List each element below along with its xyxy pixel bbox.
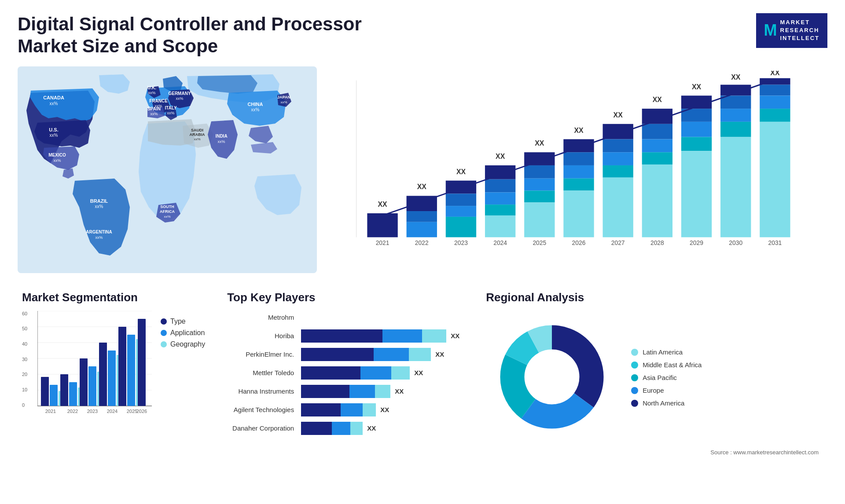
- seg-legend: Type Application Geography: [161, 318, 205, 418]
- legend-item-application: Application: [161, 329, 205, 337]
- svg-rect-117: [60, 374, 68, 406]
- svg-text:2026: 2026: [136, 409, 147, 414]
- svg-rect-124: [108, 351, 116, 406]
- svg-text:CANADA: CANADA: [43, 95, 64, 100]
- player-row-hanna: Hanna Instruments XX: [227, 385, 459, 398]
- donut-svg: [486, 311, 618, 443]
- svg-text:FRANCE: FRANCE: [149, 99, 168, 103]
- seg-chart-wrap: 60 50 40 30 20 10 0: [22, 311, 152, 418]
- regional-legend: Latin America Middle East & Africa Asia …: [631, 348, 702, 407]
- dot-asia-pacific: [631, 374, 638, 381]
- player-row-perkinelmer: PerkinElmer Inc. XX: [227, 348, 459, 361]
- player-bar-perkinelmer: XX: [301, 348, 459, 361]
- svg-text:U.K.: U.K.: [147, 85, 156, 90]
- seg-y-axis: 60 50 40 30 20 10 0: [22, 311, 27, 408]
- player-val-hanna: XX: [395, 387, 404, 395]
- label-north-america: North America: [643, 399, 684, 407]
- svg-rect-79: [642, 152, 672, 164]
- player-name-perkinelmer: PerkinElmer Inc.: [227, 351, 298, 358]
- player-val-agilent: XX: [380, 406, 389, 413]
- svg-rect-91: [720, 95, 751, 109]
- svg-rect-94: [720, 137, 751, 237]
- player-bar-mettler: XX: [301, 366, 459, 380]
- svg-rect-63: [563, 152, 594, 165]
- player-name-danaher: Danaher Corporation: [227, 424, 298, 432]
- segmentation-container: Market Segmentation 60 50 40 30 20 10 0: [18, 286, 209, 462]
- svg-text:ARGENTINA: ARGENTINA: [86, 230, 112, 234]
- svg-text:AFRICA: AFRICA: [160, 209, 175, 214]
- svg-rect-38: [407, 211, 437, 222]
- legend-dot-type: [161, 318, 167, 325]
- svg-rect-55: [524, 152, 555, 165]
- svg-rect-100: [760, 109, 790, 122]
- svg-rect-126: [118, 327, 126, 406]
- label-europe: Europe: [643, 387, 664, 394]
- svg-rect-77: [642, 124, 672, 139]
- svg-rect-115: [50, 385, 58, 406]
- svg-text:2022: 2022: [67, 409, 78, 414]
- dot-europe: [631, 387, 638, 394]
- svg-text:2024: 2024: [107, 409, 118, 414]
- legend-item-north-america: North America: [631, 399, 702, 407]
- svg-rect-98: [760, 84, 790, 95]
- players-title: Top Key Players: [227, 291, 459, 304]
- svg-text:XX: XX: [378, 201, 388, 208]
- svg-rect-99: [760, 95, 790, 109]
- svg-text:ARABIA: ARABIA: [190, 132, 205, 137]
- player-bar-hanna: XX: [301, 385, 459, 398]
- svg-text:XX: XX: [417, 183, 427, 190]
- svg-rect-80: [642, 164, 672, 237]
- svg-text:2025: 2025: [127, 409, 137, 414]
- svg-rect-48: [485, 165, 515, 179]
- page-container: Digital Signal Controller and Processor …: [0, 0, 845, 504]
- player-name-hanna: Hanna Instruments: [227, 387, 298, 395]
- segmentation-content: 60 50 40 30 20 10 0: [22, 311, 205, 418]
- svg-text:xx%: xx%: [148, 91, 155, 95]
- svg-text:xx%: xx%: [164, 215, 170, 219]
- svg-rect-73: [603, 177, 633, 237]
- regional-container: Regional Analysis: [477, 286, 827, 462]
- page-title: Digital Signal Controller and Processor …: [18, 13, 370, 58]
- svg-rect-92: [720, 109, 751, 122]
- svg-text:INDIA: INDIA: [215, 134, 227, 139]
- player-bar-danaher: XX: [301, 422, 459, 435]
- segmentation-title: Market Segmentation: [22, 291, 205, 304]
- svg-text:2030: 2030: [729, 239, 742, 246]
- legend-item-europe: Europe: [631, 387, 702, 394]
- bottom-section: Market Segmentation 60 50 40 30 20 10 0: [18, 286, 827, 462]
- donut-chart: [486, 311, 618, 445]
- svg-text:2021: 2021: [376, 239, 389, 246]
- svg-text:2025: 2025: [533, 239, 546, 246]
- svg-rect-127: [127, 335, 135, 406]
- svg-text:xx%: xx%: [95, 204, 103, 209]
- svg-text:SPAIN: SPAIN: [147, 106, 161, 111]
- svg-rect-34: [367, 213, 397, 237]
- player-bar-hanna-seg: [301, 385, 390, 398]
- svg-text:xx%: xx%: [217, 139, 225, 144]
- legend-item-type: Type: [161, 318, 205, 325]
- label-asia-pacific: Asia Pacific: [643, 374, 677, 381]
- logo-line2: RESEARCH: [780, 26, 820, 34]
- player-row-agilent: Agilent Technologies XX: [227, 403, 459, 416]
- legend-label-geography: Geography: [170, 340, 205, 348]
- svg-text:2027: 2027: [611, 239, 625, 246]
- svg-text:xx%: xx%: [95, 235, 103, 240]
- svg-rect-64: [563, 165, 594, 179]
- dot-north-america: [631, 400, 638, 407]
- svg-text:xx%: xx%: [167, 111, 174, 115]
- svg-text:XX: XX: [456, 168, 466, 175]
- header: Digital Signal Controller and Processor …: [18, 13, 827, 58]
- player-val-danaher: XX: [367, 424, 376, 432]
- player-val-horiba: XX: [451, 332, 459, 340]
- player-bar-horiba-seg1: [301, 329, 446, 343]
- svg-rect-120: [80, 358, 88, 406]
- top-section: CANADA xx% U.S. xx% MEXICO xx% BRAZIL xx…: [18, 66, 827, 273]
- svg-text:SAUDI: SAUDI: [191, 128, 203, 132]
- player-row-danaher: Danaher Corporation XX: [227, 422, 459, 435]
- legend-item-geography: Geography: [161, 340, 205, 348]
- svg-text:JAPAN: JAPAN: [277, 95, 290, 99]
- svg-rect-72: [603, 165, 633, 178]
- dot-latin-america: [631, 349, 638, 356]
- player-bar-danaher-seg: [301, 422, 363, 435]
- player-bar-mettler-seg: [301, 366, 410, 380]
